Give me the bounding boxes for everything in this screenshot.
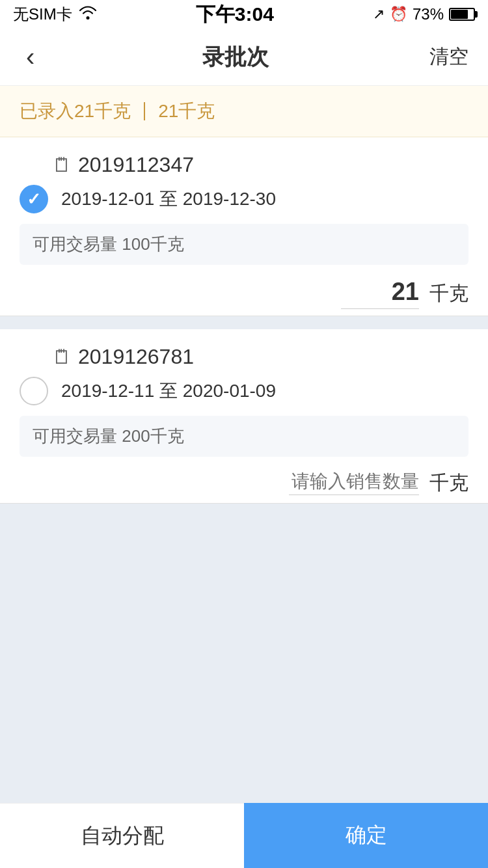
batch2-date: 2019-12-11 至 2020-01-09 [61, 379, 276, 403]
alarm-icon: ⏰ [390, 6, 407, 23]
status-time: 下午3:04 [196, 1, 274, 28]
recorded-value: 21千克 [158, 99, 215, 124]
info-banner: 已录入21千克 21千克 [0, 86, 488, 137]
auto-distribute-button[interactable]: 自动分配 [0, 803, 244, 868]
batch1-id: 2019112347 [78, 153, 194, 177]
batch2-available: 可用交易量 200千克 [20, 416, 468, 457]
section-gap-1 [0, 316, 488, 329]
sim-text: 无SIM卡 [13, 4, 72, 25]
battery-percent: 73% [413, 5, 444, 23]
status-right: ↗ ⏰ 73% [373, 5, 475, 23]
batch1-unit: 千克 [429, 280, 468, 307]
batch1-amount-underline [341, 278, 419, 309]
bottom-bar: 自动分配 确定 [0, 803, 488, 868]
batch1-amount-input[interactable] [341, 278, 419, 306]
clear-button[interactable]: 清空 [429, 44, 468, 70]
back-button[interactable]: ‹ [20, 36, 41, 78]
nav-bar: ‹ 录批次 清空 [0, 29, 488, 86]
batch2-amount-input[interactable] [289, 471, 419, 492]
battery-icon [449, 8, 475, 21]
batch2-input-wrapper [289, 471, 419, 495]
batch1-id-row: 🗒 2019112347 [52, 153, 468, 177]
batch-item-1: 🗒 2019112347 2019-12-01 至 2019-12-30 可用交… [0, 137, 488, 316]
batch1-date-row: 2019-12-01 至 2019-12-30 [20, 185, 468, 213]
batch1-id-icon: 🗒 [52, 154, 72, 176]
status-left: 无SIM卡 [13, 4, 97, 25]
batch1-amount-row: 千克 [0, 265, 488, 316]
batch2-radio[interactable] [20, 377, 48, 405]
batch-item-2: 🗒 2019126781 2019-12-11 至 2020-01-09 可用交… [0, 329, 488, 504]
batch2-amount-row: 千克 [0, 457, 488, 503]
banner-divider [144, 102, 145, 120]
location-icon: ↗ [373, 6, 385, 23]
batch2-id-row: 🗒 2019126781 [52, 345, 468, 369]
empty-area [0, 504, 488, 854]
wifi-icon [79, 5, 97, 23]
recorded-label: 已录入21千克 [20, 99, 131, 124]
confirm-button[interactable]: 确定 [244, 803, 488, 868]
batch2-unit: 千克 [429, 470, 468, 496]
batch2-date-row: 2019-12-11 至 2020-01-09 [20, 377, 468, 405]
batch1-radio[interactable] [20, 185, 48, 213]
page-title: 录批次 [202, 42, 269, 72]
content-wrapper: 🗒 2019112347 2019-12-01 至 2019-12-30 可用交… [0, 137, 488, 854]
batch2-id: 2019126781 [78, 345, 194, 369]
batch1-available: 可用交易量 100千克 [20, 224, 468, 265]
batch1-date: 2019-12-01 至 2019-12-30 [61, 187, 276, 211]
status-bar: 无SIM卡 下午3:04 ↗ ⏰ 73% [0, 0, 488, 29]
batch2-id-icon: 🗒 [52, 346, 72, 368]
